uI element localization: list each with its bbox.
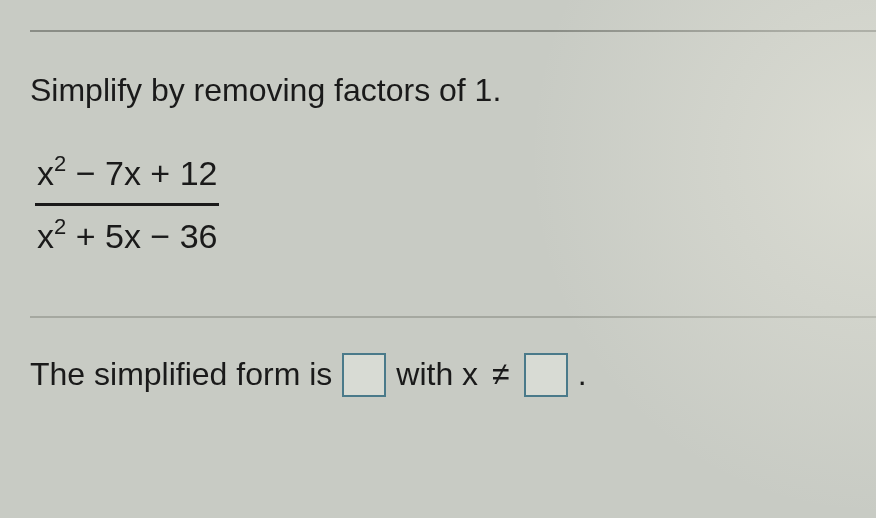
fraction-bar bbox=[35, 203, 219, 206]
period: . bbox=[578, 356, 587, 393]
not-equal-symbol: ≠ bbox=[488, 356, 514, 393]
answer-prefix-text: The simplified form is bbox=[30, 356, 332, 393]
problem-prompt: Simplify by removing factors of 1. bbox=[30, 72, 876, 109]
numerator: x2 − 7x + 12 bbox=[35, 149, 219, 197]
rational-expression: x2 − 7x + 12 x2 + 5x − 36 bbox=[35, 149, 219, 261]
restriction-input[interactable] bbox=[524, 353, 568, 397]
denominator: x2 + 5x − 36 bbox=[35, 212, 219, 260]
section-divider bbox=[30, 316, 876, 318]
answer-line: The simplified form is with x ≠ . bbox=[30, 353, 876, 397]
answer-middle-text: with x bbox=[396, 356, 478, 393]
simplified-form-input[interactable] bbox=[342, 353, 386, 397]
top-divider bbox=[30, 30, 876, 32]
